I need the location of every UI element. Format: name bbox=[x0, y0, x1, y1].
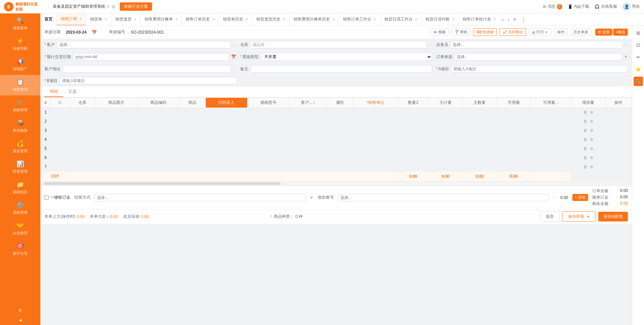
sidebar-item-quick[interactable]: ⚡ 快捷导航 bbox=[0, 34, 40, 54]
col-product-img[interactable]: 商品图片 bbox=[96, 98, 137, 108]
tab-close-icon[interactable]: × bbox=[105, 17, 107, 21]
col-stock[interactable]: 现存量 bbox=[571, 98, 605, 108]
print-button[interactable]: 🖨 打印 ▼ bbox=[529, 28, 552, 36]
tab-close-icon[interactable]: × bbox=[494, 17, 496, 21]
settings-icon[interactable]: ⚙ bbox=[111, 4, 116, 9]
col-sales-unit[interactable]: *销售单位 bbox=[353, 98, 398, 108]
row-delete-icon[interactable]: 🗑 bbox=[583, 164, 588, 169]
save-new-button[interactable]: 保存&新增 bbox=[598, 212, 628, 221]
account-input[interactable] bbox=[338, 194, 549, 201]
row-delete-icon[interactable]: 🗑 bbox=[583, 119, 588, 124]
invoice-type-select[interactable]: 不开票 bbox=[261, 53, 432, 61]
sub-tab-detail[interactable]: 明细 bbox=[44, 87, 63, 97]
a-project-input[interactable] bbox=[451, 65, 628, 73]
col-main-unit[interactable]: 主计量 bbox=[428, 98, 462, 108]
sidebar-item-guide[interactable]: 🎯 新手引导 bbox=[0, 239, 40, 259]
sidebar-collapse-button[interactable]: ◀ bbox=[0, 315, 40, 325]
payment-method-input[interactable] bbox=[94, 194, 306, 201]
save-draft-button[interactable]: 保存草稿 ▼ bbox=[562, 211, 596, 222]
warehouse-more-icon[interactable]: ··· bbox=[429, 42, 432, 47]
col-main-qty[interactable]: 主数量 bbox=[463, 98, 497, 108]
messages-item[interactable]: ✉ 消息 9 bbox=[543, 4, 562, 9]
row-copy-icon[interactable]: ⊕ bbox=[590, 164, 593, 169]
calendar-icon[interactable]: 📅 bbox=[92, 30, 97, 35]
sidebar-item-inventory[interactable]: 📦 库存核算 bbox=[0, 116, 40, 136]
row-delete-icon[interactable]: 🗑 bbox=[583, 146, 588, 151]
row-copy-icon[interactable]: ⊕ bbox=[590, 128, 593, 133]
row-delete-icon[interactable]: 🗑 bbox=[583, 137, 588, 142]
delivery-date-input[interactable] bbox=[73, 53, 229, 60]
tab-menu-button[interactable]: ⋮ bbox=[518, 16, 528, 23]
payment-dropdown-icon[interactable]: ▼ bbox=[310, 195, 314, 200]
settings-top-button[interactable]: ⚙ 设置 bbox=[595, 29, 612, 36]
warehouse-input[interactable] bbox=[250, 41, 426, 48]
col-product-code[interactable]: 商品编码 bbox=[138, 98, 179, 108]
right-panel-icon-5[interactable]: 🔧 bbox=[634, 77, 643, 86]
add-payment-button[interactable]: + 添加 bbox=[572, 194, 589, 201]
col-spec[interactable]: 规格型号 bbox=[248, 98, 289, 108]
save-draft-dropdown-icon[interactable]: ▼ bbox=[586, 215, 590, 218]
tab-close-icon[interactable]: × bbox=[452, 17, 454, 21]
sidebar-item-basic[interactable]: 📁 基础信息 bbox=[0, 177, 40, 198]
tab-sales-fee-history[interactable]: 销售费用分摊单历史 × bbox=[290, 13, 339, 26]
row-copy-icon[interactable]: ⊕ bbox=[590, 119, 593, 124]
tab-sales-order-history[interactable]: 销售订单历史 × bbox=[182, 13, 219, 26]
industry-solution-button[interactable]: 体验行业方案 bbox=[120, 2, 152, 11]
tab-close-icon[interactable]: × bbox=[176, 17, 178, 21]
tab-cash-daily-reconcile[interactable]: 钱货日清对账 × bbox=[421, 13, 459, 26]
account-more-icon[interactable]: ··· bbox=[553, 195, 556, 200]
tab-close-all-button[interactable]: × bbox=[511, 17, 518, 22]
discard-button[interactable]: 放弃 bbox=[540, 211, 560, 222]
right-panel-icon-1[interactable]: ⊞ bbox=[634, 28, 643, 38]
tab-sales-refund[interactable]: 销货退货 × bbox=[111, 13, 141, 26]
col-qty2[interactable]: 数量2 bbox=[398, 98, 428, 108]
col-available[interactable]: 可用量 bbox=[497, 98, 531, 108]
customer-input[interactable] bbox=[57, 41, 231, 48]
profit-button[interactable]: 📈 毛利预估 bbox=[499, 28, 526, 36]
remark-input[interactable] bbox=[250, 65, 432, 73]
b-project-input[interactable] bbox=[60, 77, 238, 84]
delivery-calendar-icon[interactable]: 📅 bbox=[231, 54, 236, 59]
col-scan[interactable]: 扫码录入 bbox=[205, 98, 247, 108]
tab-close-icon[interactable]: × bbox=[374, 17, 376, 21]
tab-close-icon[interactable]: × bbox=[333, 17, 335, 21]
tab-home[interactable]: 首页 bbox=[40, 13, 57, 26]
tab-close-icon[interactable]: × bbox=[134, 17, 136, 21]
salesperson-input[interactable] bbox=[450, 41, 622, 48]
col-available2[interactable]: 可用量... bbox=[531, 98, 571, 108]
system-title[interactable]: 装备及固定资产辅助管理系统 ▼ ⚙ bbox=[53, 4, 116, 9]
address-more-icon[interactable]: ··· bbox=[233, 67, 236, 71]
right-panel-icon-2[interactable]: ⊡ bbox=[634, 40, 643, 50]
right-panel-icon-3[interactable]: ✏ bbox=[634, 52, 643, 62]
sidebar-item-sales[interactable]: 📋 销售管理 bbox=[0, 75, 40, 95]
row-copy-icon[interactable]: ⊕ bbox=[590, 110, 593, 115]
history-button[interactable]: 历史单据 bbox=[570, 28, 591, 36]
shortcut-button[interactable]: ⌨ 快捷键 bbox=[473, 28, 497, 36]
tab-sales-order-workbench[interactable]: 销售订单工作台 × bbox=[339, 13, 380, 26]
col-warehouse[interactable]: 仓库 bbox=[69, 98, 96, 108]
col-customer-code[interactable]: 客户... ℹ bbox=[289, 98, 327, 108]
order-source-dropdown-icon[interactable]: ▼ bbox=[624, 54, 628, 59]
salesperson-more-icon[interactable]: ··· bbox=[624, 42, 628, 47]
one-click-pay-checkbox[interactable]: 一键收订金 bbox=[44, 195, 70, 200]
row-delete-icon[interactable]: 🗑 bbox=[583, 155, 588, 160]
sidebar-item-marketing[interactable]: 📢 营销推广 bbox=[0, 54, 40, 75]
col-product[interactable]: 商品 bbox=[179, 98, 205, 108]
row-copy-icon[interactable]: ⊕ bbox=[590, 146, 593, 151]
tab-close-icon[interactable]: × bbox=[213, 17, 215, 21]
tab-sales-order-stats[interactable]: 销售订单统计表 × bbox=[459, 13, 500, 26]
sidebar-settings-button[interactable]: ⚙ bbox=[0, 306, 40, 315]
customer-address-input[interactable] bbox=[63, 65, 231, 73]
help-button[interactable]: ❓ 帮助 bbox=[451, 28, 470, 36]
row-delete-icon[interactable]: 🗑 bbox=[583, 110, 588, 115]
right-panel-icon-4[interactable]: ⭐ bbox=[634, 65, 643, 74]
tab-next-button[interactable]: › bbox=[506, 17, 512, 22]
online-service-item[interactable]: 🎧 在线客服 bbox=[595, 4, 617, 9]
one-click-pay-input[interactable] bbox=[44, 195, 49, 200]
tab-cash-daily-workbench[interactable]: 钱货日清工作台 × bbox=[380, 13, 422, 26]
horizontal-scrollbar[interactable] bbox=[40, 182, 632, 185]
sidebar-item-operations[interactable]: 📊 经营管理 bbox=[0, 157, 40, 177]
tab-close-icon[interactable]: × bbox=[246, 17, 248, 21]
sidebar-item-enterprise[interactable]: 🤝 企业协同 bbox=[0, 218, 40, 239]
tab-close-icon[interactable]: × bbox=[80, 17, 82, 21]
